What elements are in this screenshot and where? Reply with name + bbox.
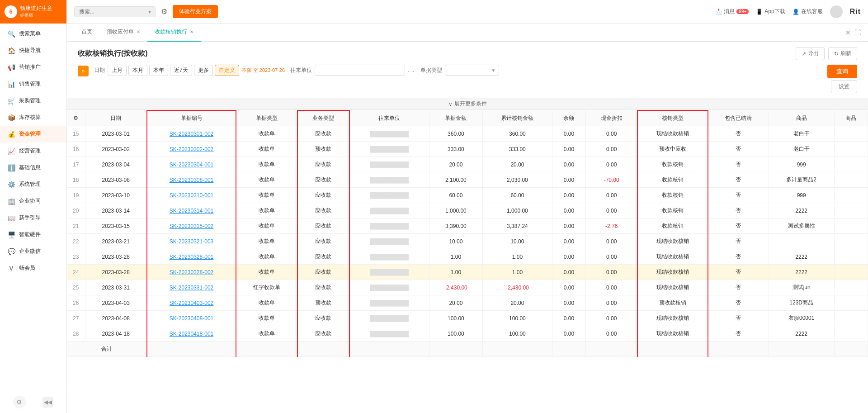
cell-include-settled: 否 — [708, 157, 769, 172]
date-last-month[interactable]: 上月 — [108, 65, 127, 76]
col-product2[interactable]: 商品 — [834, 110, 868, 126]
user-avatar[interactable] — [830, 5, 843, 18]
cell-cash-discount: 0.00 — [586, 295, 638, 311]
tab-expand-icon[interactable]: ⛶ — [854, 29, 861, 36]
topbar-search-input[interactable] — [74, 6, 156, 17]
table-row: 19 2023-03-10 SK-20230310-001 收款单 应收款 ██… — [67, 188, 868, 203]
topbar-gear-icon[interactable]: ⚙ — [161, 7, 167, 16]
cell-no: 22 — [67, 234, 85, 249]
export-button[interactable]: ↗ 导出 — [796, 47, 825, 60]
col-counterpart[interactable]: 往来单位 — [349, 110, 429, 126]
col-cash-discount[interactable]: 现金折扣 — [586, 110, 638, 126]
doc-no-link[interactable]: SK-20230321-003 — [170, 238, 213, 245]
col-amount[interactable]: 单据金额 — [429, 110, 482, 126]
filter-toggle-button[interactable]: » — [78, 66, 89, 76]
doc-no-link[interactable]: SK-20230331-002 — [170, 285, 213, 291]
counterpart-input[interactable] — [315, 65, 405, 76]
sidebar-item-operation[interactable]: 📈 经营管理 — [0, 142, 66, 159]
cell-biz-type: 应收款 — [297, 172, 350, 188]
doc-no-link[interactable]: SK-20230408-001 — [170, 315, 213, 322]
sidebar-item-search[interactable]: 🔍 搜索菜单 — [0, 25, 66, 42]
cell-include-settled: 否 — [708, 172, 769, 188]
cell-doc-no: SK-20230314-001 — [147, 203, 236, 218]
sidebar-item-sales[interactable]: 📊 销售管理 — [0, 76, 66, 92]
col-date[interactable]: 日期 — [85, 110, 147, 126]
expand-filter-bar[interactable]: ∨ 展开更多条件 — [67, 98, 868, 110]
sidebar-item-member[interactable]: V 畅会员 — [0, 260, 66, 276]
date-this-year[interactable]: 本年 — [149, 65, 168, 76]
col-verified[interactable]: 累计核销金额 — [483, 110, 552, 126]
sidebar-item-enterprise[interactable]: 🏢 企业协同 — [0, 193, 66, 209]
tab-home[interactable]: 首页 — [74, 24, 99, 42]
doc-no-link[interactable]: SK-20230315-002 — [170, 223, 213, 229]
tab-receipt-exec-label: 收款核销执行 — [155, 28, 187, 36]
doc-no-link[interactable]: SK-20230301-002 — [170, 131, 213, 137]
col-balance[interactable]: 余额 — [552, 110, 585, 126]
sidebar-item-guide[interactable]: 📖 新手引导 — [0, 209, 66, 226]
cell-doc-no: SK-20230331-002 — [147, 280, 236, 295]
date-7days[interactable]: 近7天 — [170, 65, 192, 76]
cell-date: 2023-03-21 — [85, 234, 147, 249]
date-more[interactable]: 更多 — [194, 65, 213, 76]
tab-pre-receipt[interactable]: 预收应付单 ✕ — [99, 24, 147, 42]
col-settings[interactable]: ⚙ — [67, 110, 85, 126]
cell-verified: 2,030.00 — [483, 172, 552, 188]
messages-button[interactable]: 📩 消息 99+ — [715, 8, 749, 15]
col-verify-type[interactable]: 核销类型 — [637, 110, 708, 126]
filter-settings-button[interactable]: 设置 — [831, 80, 857, 93]
refresh-button[interactable]: ↻ 刷新 — [828, 47, 857, 60]
col-include-settled[interactable]: 包含已结清 — [708, 110, 769, 126]
doc-no-link[interactable]: SK-20230328-001 — [170, 254, 213, 260]
date-this-month[interactable]: 本月 — [128, 65, 147, 76]
cell-product1: 衣服00001 — [769, 311, 834, 326]
date-custom[interactable]: 自定义 — [215, 65, 239, 76]
col-doc-type[interactable]: 单据类型 — [236, 110, 297, 126]
cell-doc-type: 收款单 — [236, 326, 297, 342]
cell-include-settled: 否 — [708, 249, 769, 265]
sidebar-collapse-button[interactable]: ◀◀ — [42, 397, 53, 408]
doctype-select[interactable] — [445, 65, 499, 76]
cell-date: 2023-03-01 — [85, 126, 147, 142]
tab-close-all-icon[interactable]: ✕ — [845, 29, 851, 36]
doc-no-link[interactable]: SK-20230304-001 — [170, 161, 213, 168]
sidebar-item-inventory[interactable]: 📦 库存核算 — [0, 109, 66, 126]
cell-doc-type: 收款单 — [236, 311, 297, 326]
sidebar-item-hardware[interactable]: 🖥️ 智能硬件 — [0, 226, 66, 243]
more-filters-dots[interactable]: ... — [408, 67, 415, 73]
doc-no-link[interactable]: SK-20230328-002 — [170, 269, 213, 275]
cell-balance: 0.00 — [552, 280, 585, 295]
sidebar-item-purchase[interactable]: 🛒 采购管理 — [0, 92, 66, 109]
solution-button[interactable]: 体验行业方案 — [173, 5, 218, 18]
doc-no-link[interactable]: SK-20230310-001 — [170, 192, 213, 199]
cell-amount: 10.00 — [429, 234, 482, 249]
cell-cash-discount: 0.00 — [586, 311, 638, 326]
cell-product2 — [834, 126, 868, 142]
doc-no-link[interactable]: SK-20230403-002 — [170, 300, 213, 306]
doc-no-link[interactable]: SK-20230418-001 — [170, 331, 213, 337]
topbar-left: ⚙ 体验行业方案 — [74, 5, 218, 18]
app-download-button[interactable]: 📱 App下载 — [756, 8, 785, 15]
settings-gear-icon[interactable]: ⚙ — [13, 396, 26, 408]
sidebar-item-label: 畅会员 — [19, 264, 35, 272]
sidebar-item-basic[interactable]: ℹ️ 基础信息 — [0, 159, 66, 176]
col-doc-no[interactable]: 单据编号 — [147, 110, 236, 126]
sidebar-item-system[interactable]: ⚙️ 系统管理 — [0, 176, 66, 193]
sidebar-item-finance[interactable]: 💰 资金管理 — [0, 126, 66, 142]
sidebar-item-label: 企业微信 — [19, 247, 41, 255]
operation-icon: 📈 — [7, 147, 15, 155]
tab-receipt-exec[interactable]: 收款核销执行 ✕ — [147, 24, 201, 42]
col-biz-type[interactable]: 业务类型 — [297, 110, 350, 126]
cell-amount: 100.00 — [429, 326, 482, 342]
tab-receipt-exec-close[interactable]: ✕ — [190, 29, 193, 34]
cell-doc-no: SK-20230308-001 — [147, 172, 236, 188]
doc-no-link[interactable]: SK-20230314-001 — [170, 208, 213, 214]
sidebar-item-quick-nav[interactable]: 🏠 快捷导航 — [0, 42, 66, 59]
query-button[interactable]: 查询 — [827, 65, 857, 78]
col-product1[interactable]: 商品 — [769, 110, 834, 126]
sidebar-item-wechat[interactable]: 💬 企业微信 — [0, 243, 66, 260]
doc-no-link[interactable]: SK-20230302-002 — [170, 146, 213, 152]
online-service-button[interactable]: 👤 在线客服 — [793, 8, 823, 15]
sidebar-item-marketing[interactable]: 📢 营销推广 — [0, 59, 66, 76]
doc-no-link[interactable]: SK-20230308-001 — [170, 177, 213, 183]
tab-pre-receipt-close[interactable]: ✕ — [137, 29, 140, 34]
